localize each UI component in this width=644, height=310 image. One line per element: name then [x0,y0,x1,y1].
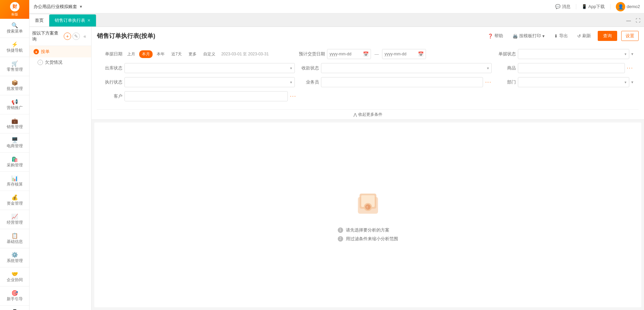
filter-row-1: 单据日期 上月 本月 本年 近7天 更多 自定义 2023-03-01 至 20… [102,49,633,59]
account-dropdown-icon[interactable]: ▾ [80,4,82,9]
app-logo: 财 标版 [0,0,30,19]
order-status-select[interactable] [518,49,629,59]
sidebar-item-shortcut[interactable]: ⚡ 快捷导航 [0,38,29,57]
execution-status-label: 执行状态 [102,79,122,85]
print-btn[interactable]: 🖨️ 按模板打印 ▾ [510,32,547,40]
sidebar-item-ecommerce[interactable]: 🖥️ 电商管理 [0,134,29,153]
filter-col-expected-date: 预计交货日期 📅 — 📅 [299,49,491,59]
sidebar-item-system[interactable]: ⚙️ 系统管理 [0,248,29,267]
date-last-month-btn[interactable]: 上月 [124,50,138,58]
sidebar-item-operation[interactable]: 📈 经营管理 [0,210,29,229]
tab-home[interactable]: 首页 [30,14,49,27]
sidebar-item-inventory[interactable]: 📊 库存核算 [0,172,29,191]
expected-date-from-input[interactable] [327,50,361,58]
page-header: 销售订单执行表(按单) ❓ 帮助 🖨️ 按模板打印 ▾ ⬇ [92,27,644,120]
expected-date-to-wrapper: 📅 [382,49,426,59]
filter-row-4: 客户 ··· [102,91,633,101]
goods-label: 商品 [496,65,516,71]
date-this-month-btn[interactable]: 本月 [139,50,153,58]
empty-illustration: ! [351,187,385,220]
svg-point-4 [365,204,371,210]
department-select[interactable] [518,77,629,87]
payment-status-select[interactable] [321,63,491,73]
salesperson-input[interactable] [324,80,480,85]
filter-col-customer: 客户 ··· [102,91,297,101]
sidebar-item-search[interactable]: 🔍 搜索菜单 [0,19,29,38]
help-btn[interactable]: ❓ 帮助 [485,32,506,40]
sidebar-item-sales[interactable]: 💼 销售管理 [0,114,29,134]
expected-date-from-wrapper: 📅 [327,49,371,59]
tabbar: 首页 销售订单执行表 ✕ — ⛶ [30,13,644,27]
sidebar-item-newbie[interactable]: 🎯 新手引导 [0,287,29,306]
edit-plan-btn[interactable]: ✎ [72,33,80,40]
goods-input[interactable] [521,66,622,70]
filter-col-salesperson: 业务员 ··· [299,77,491,87]
settings-btn[interactable]: 设置 [621,31,639,41]
expected-date-label: 预计交货日期 [299,51,325,57]
divider [576,4,576,9]
query-btn[interactable]: 查询 [598,31,617,41]
left-panel-header: 按以下方案查询 + ✎ « [30,27,91,46]
message-icon: 💬 [555,4,560,9]
refresh-btn[interactable]: ↺ 刷新 [575,32,594,40]
user-profile-btn[interactable]: 👤 demo2 [616,2,640,11]
filter-col-department: 部门 ▾ [496,77,633,87]
payment-status-label: 收款状态 [299,65,319,71]
date-range-text: 2023-03-01 至 2023-03-31 [221,51,269,57]
left-panel: 按以下方案查询 + ✎ « ● 按单 ○ 欠货情况 [30,27,92,310]
topbar: 办公用品行业模拟账套 ▾ 💬 消息 📱 App下载 👤 demo2 [30,0,644,13]
empty-tip-2: 2 用过滤条件来缩小分析范围 [338,235,398,243]
expected-date-to-input[interactable] [382,50,416,58]
department-label: 部门 [496,79,516,85]
export-btn[interactable]: ⬇ 导出 [551,32,571,40]
customer-more-btn[interactable]: ··· [290,93,296,99]
page-header-top: 销售订单执行表(按单) ❓ 帮助 🖨️ 按模板打印 ▾ ⬇ [97,31,639,41]
plan-item-press[interactable]: ● 按单 [30,46,91,57]
filter-col-goods: 商品 ··· [496,63,633,73]
tip-number-2: 2 [338,236,343,242]
app-download-btn[interactable]: 📱 App下载 [582,4,605,10]
empty-tips: 1 请先选择要分析的方案 2 用过滤条件来缩小分析范围 [338,226,398,243]
tab-close-btn[interactable]: ✕ [87,18,91,23]
date-custom-btn[interactable]: 自定义 [201,50,218,58]
filter-col-date: 单据日期 上月 本月 本年 近7天 更多 自定义 2023-03-01 至 20… [102,50,295,58]
calendar-from-icon[interactable]: 📅 [361,51,371,57]
delivery-status-select[interactable] [124,63,295,73]
plan-active-icon: ● [34,49,39,54]
content-area: 按以下方案查询 + ✎ « ● 按单 ○ 欠货情况 销售订单执行表(按单) [30,27,644,310]
sidebar-item-enterprise[interactable]: 🤝 企业协同 [0,267,29,287]
salesperson-more-btn[interactable]: ··· [485,79,491,85]
empty-state: ! 1 请先选择要分析的方案 2 用过滤条件来缩小分析范围 [94,122,641,307]
collapse-filters-btn[interactable]: ⋀ 收起更多条件 [97,109,639,119]
date-7days-btn[interactable]: 近7天 [169,50,184,58]
main-area: 办公用品行业模拟账套 ▾ 💬 消息 📱 App下载 👤 demo2 [30,0,644,310]
sidebar-item-marketing[interactable]: 📢 营销推广 [0,95,29,114]
sidebar-item-retail[interactable]: 🛒 零售管理 [0,57,29,76]
user-avatar: 👤 [616,2,625,11]
tab-maximize-btn[interactable]: ⛶ [635,17,641,24]
customer-label: 客户 [102,93,122,99]
divider2 [610,4,610,9]
account-title: 办公用品行业模拟账套 [34,4,77,10]
calendar-to-icon[interactable]: 📅 [416,51,426,57]
tab-minimize-btn[interactable]: — [625,17,632,24]
date-this-year-btn[interactable]: 本年 [154,50,167,58]
order-status-dropdown-icon: ▾ [631,52,633,56]
execution-status-select[interactable] [124,77,295,87]
sidebar-item-basic[interactable]: 📋 基础信息 [0,229,29,248]
sidebar-item-apps[interactable]: 📱 应用中心 [0,306,29,310]
export-icon: ⬇ [554,34,558,39]
tab-sales-order[interactable]: 销售订单执行表 ✕ [49,14,96,27]
sidebar-item-finance[interactable]: 💰 资金管理 [0,191,29,210]
plan-sub-item-stock[interactable]: ○ 欠货情况 [30,57,91,67]
filter-col-execution: 执行状态 [102,77,295,87]
sidebar-item-wholesale[interactable]: 📦 批发管理 [0,76,29,95]
customer-input[interactable] [127,94,285,99]
goods-more-btn[interactable]: ··· [627,65,633,71]
date-more-btn[interactable]: 更多 [186,50,199,58]
message-btn[interactable]: 💬 消息 [555,4,571,10]
add-plan-btn[interactable]: + [64,33,71,40]
left-panel-title: 按以下方案查询 [32,30,62,42]
sidebar-item-purchase[interactable]: 🛍️ 采购管理 [0,153,29,172]
collapse-left-panel-btn[interactable]: « [81,33,89,40]
